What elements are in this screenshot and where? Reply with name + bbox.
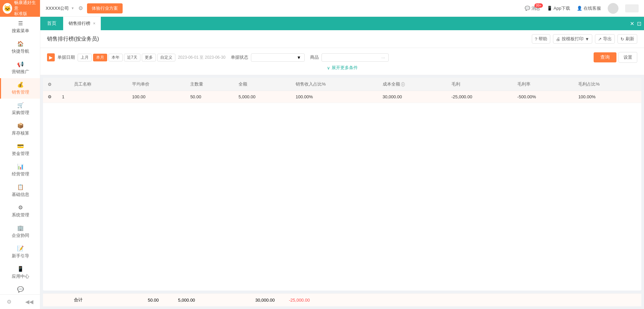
app-download-item[interactable]: 📱 App下载 [547, 5, 570, 11]
expand-more-row[interactable]: ∨ 展开更多条件 [47, 63, 637, 71]
tab-home[interactable]: 首页 [40, 17, 63, 30]
export-button[interactable]: ↗ 导出 [595, 34, 615, 44]
th-avg-price: 平均单价 [128, 78, 186, 91]
data-table: ⚙ 员工名称 平均单价 主数量 全额 销售收入占比% 成本全额 i 毛利 毛利率… [43, 78, 641, 103]
footer-cost: 30,000.00 [255, 298, 289, 303]
goods-more-icon[interactable]: ··· [381, 55, 385, 60]
query-button[interactable]: 查询 [594, 52, 616, 62]
row-avg-price: 100.00 [128, 91, 186, 103]
purchase-icon: 🛒 [17, 102, 24, 108]
logo-icon: 🐱 [3, 3, 12, 14]
sidebar-settings-btn[interactable]: ⚙ [5, 297, 13, 306]
top-header: XXXXX公司 ▼ ⚙ 体验行业方案 💬 消息 99+ 📱 App下载 👤 在线… [40, 0, 644, 17]
download-icon: 📱 [547, 6, 552, 11]
date-btn-this-month[interactable]: 本月 [93, 54, 107, 61]
print-icon: 🖨 [556, 37, 560, 42]
goods-filter-label: 商品 [310, 54, 319, 60]
sidebar-item-finance[interactable]: 💳 资金管理 [0, 140, 40, 160]
th-employee-name: 员工名称 [70, 78, 128, 91]
th-gear: ⚙ [43, 78, 56, 91]
row-gear[interactable]: ⚙ [43, 91, 56, 103]
sidebar-item-guide[interactable]: 📝 新手引导 [0, 242, 40, 262]
tab-bar-right: ✕ ⊡ [630, 20, 644, 27]
export-icon: ↗ [598, 37, 602, 42]
sidebar-item-purchase[interactable]: 🛒 采购管理 [0, 99, 40, 119]
filter-row-main: ▶ 单据日期 上月 本月 本年 近7天 更多 自定义 2023-06-01 至 … [47, 52, 637, 63]
table-row: ⚙ 1 100.00 50.00 5,000.00 100.00% 30,000… [43, 91, 641, 103]
tab-bar: 首页 销售排行榜 × ✕ ⊡ [40, 17, 644, 30]
row-rank: 1 [56, 91, 70, 103]
marketing-icon: 📢 [17, 61, 24, 67]
page-actions: ? 帮助 🖨 按模板打印 ▼ ↗ 导出 ↻ 刷新 [532, 34, 637, 44]
system-icon: ⚙ [18, 204, 23, 211]
print-dropdown-icon: ▼ [585, 37, 589, 42]
close-window-icon[interactable]: ✕ [630, 20, 634, 27]
tab-close-icon[interactable]: × [93, 21, 95, 26]
settings-button[interactable]: 设置 [618, 52, 637, 63]
page-title: 销售排行榜(按业务员) [47, 36, 99, 43]
sidebar-footer: ⚙ ◀◀ [0, 294, 40, 309]
sidebar-item-wechat[interactable]: 💬 企业微信 [0, 283, 40, 294]
date-btn-7days[interactable]: 近7天 [124, 54, 140, 61]
online-service-item[interactable]: 👤 在线客服 [577, 5, 601, 11]
filter-expand-btn[interactable]: ▶ [47, 53, 55, 61]
sidebar-collapse-btn[interactable]: ◀◀ [24, 297, 35, 306]
footer-profit: -25,000.00 [289, 298, 323, 303]
tab-sales-ranking[interactable]: 销售排行榜 × [63, 17, 101, 30]
th-profit-pct: 毛利占比% [574, 78, 641, 91]
search-menu-icon: ☰ [18, 20, 23, 27]
footer-label: 合计 [74, 297, 114, 303]
sidebar-item-operations[interactable]: 📊 经营管理 [0, 160, 40, 181]
date-btn-last-month[interactable]: 上月 [78, 54, 92, 61]
sidebar-item-enterprise[interactable]: 🏢 企业协同 [0, 221, 40, 242]
sidebar-item-search[interactable]: ☰ 搜索菜单 [0, 17, 40, 37]
sidebar-item-system[interactable]: ⚙ 系统管理 [0, 201, 40, 221]
sidebar-item-basics[interactable]: 📋 基础信息 [0, 181, 40, 201]
sidebar-item-quicknav[interactable]: 🏠 快捷导航 [0, 37, 40, 58]
avatar[interactable] [608, 3, 618, 14]
refresh-button[interactable]: ↻ 刷新 [617, 34, 637, 44]
app-logo: 🐱 畅康通好生意 标准版 [0, 0, 40, 17]
operations-icon: 📊 [17, 163, 24, 170]
guide-icon: 📝 [17, 245, 24, 252]
date-btn-custom[interactable]: 自定义 [157, 54, 175, 61]
status-select[interactable]: ▼ [251, 53, 305, 62]
messages-item[interactable]: 💬 消息 99+ [525, 5, 540, 11]
goods-input[interactable]: ··· [321, 53, 389, 62]
help-button[interactable]: ? 帮助 [532, 34, 550, 44]
date-range-display: 2023-06-01 至 2023-06-30 [178, 55, 225, 60]
date-btn-this-year[interactable]: 本年 [109, 54, 123, 61]
date-filter-group: ▶ 单据日期 上月 本月 本年 近7天 更多 自定义 2023-06-01 至 … [47, 53, 225, 61]
status-dropdown-icon: ▼ [297, 55, 301, 60]
chevron-down-icon: ▼ [71, 6, 74, 10]
row-cost: 30,000.00 [379, 91, 447, 103]
date-btn-more[interactable]: 更多 [142, 54, 156, 61]
logo-text: 畅康通好生意 标准版 [14, 0, 37, 17]
trial-button[interactable]: 体验行业方案 [87, 3, 123, 13]
footer-qty: 50.00 [148, 298, 178, 303]
sidebar-nav: ☰ 搜索菜单 🏠 快捷导航 📢 营销推广 💰 销售管理 🛒 采购管理 📦 库存核… [0, 17, 40, 294]
sidebar-item-apps[interactable]: 📱 应用中心 [0, 262, 40, 283]
message-badge: 99+ [534, 3, 543, 8]
header-settings-icon[interactable]: ⚙ [78, 5, 83, 11]
finance-icon: 💳 [17, 143, 24, 149]
sidebar-item-inventory[interactable]: 📦 库存核算 [0, 119, 40, 140]
sidebar-item-sales[interactable]: 💰 销售管理 [0, 78, 40, 99]
row-qty: 50.00 [186, 91, 234, 103]
th-sales-pct: 销售收入占比% [292, 78, 379, 91]
table-area: ⚙ 员工名称 平均单价 主数量 全额 销售收入占比% 成本全额 i 毛利 毛利率… [43, 78, 641, 291]
restore-window-icon[interactable]: ⊡ [637, 20, 641, 27]
row-profit-pct: 100.00% [574, 91, 641, 103]
table-header-row: ⚙ 员工名称 平均单价 主数量 全额 销售收入占比% 成本全额 i 毛利 毛利率… [43, 78, 641, 91]
sidebar-item-marketing[interactable]: 📢 营销推广 [0, 58, 40, 78]
footer-amount: 5,000.00 [178, 298, 212, 303]
online-service-label: 在线客服 [584, 5, 601, 11]
query-section: 查询 设置 [594, 52, 637, 63]
print-button[interactable]: 🖨 按模板打印 ▼ [553, 34, 592, 44]
date-buttons: 上月 本月 本年 近7天 更多 自定义 [78, 54, 175, 61]
tab-label: 销售排行榜 [69, 20, 90, 27]
company-selector[interactable]: XXXXX公司 ▼ [46, 5, 74, 11]
chevron-down-icon: ∨ [327, 65, 330, 70]
main-content: XXXXX公司 ▼ ⚙ 体验行业方案 💬 消息 99+ 📱 App下载 👤 在线… [40, 0, 644, 309]
th-cost: 成本全额 i [379, 78, 447, 91]
